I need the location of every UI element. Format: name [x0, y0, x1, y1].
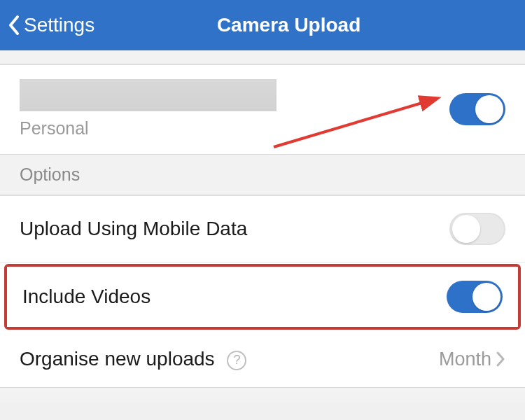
- chevron-right-icon: [496, 351, 505, 368]
- account-type-label: Personal: [20, 118, 449, 139]
- organise-uploads-row[interactable]: Organise new uploads ? Month: [0, 331, 525, 387]
- upload-mobile-data-row[interactable]: Upload Using Mobile Data: [0, 196, 525, 262]
- highlight-annotation: Include Videos: [4, 264, 521, 330]
- organise-uploads-label: Organise new uploads ?: [20, 348, 439, 370]
- account-row: Personal: [0, 65, 525, 154]
- include-videos-label: Include Videos: [22, 286, 447, 308]
- include-videos-toggle[interactable]: [447, 281, 503, 313]
- account-section: Personal: [0, 64, 525, 155]
- account-name-redacted: [20, 79, 276, 111]
- page-title: Camera Upload: [59, 14, 518, 36]
- organise-uploads-value: Month: [439, 349, 491, 370]
- section-spacer: [0, 388, 525, 402]
- options-section-header: Options: [0, 155, 525, 195]
- upload-mobile-data-toggle[interactable]: [449, 213, 505, 245]
- upload-mobile-data-label: Upload Using Mobile Data: [20, 218, 449, 240]
- options-section: Upload Using Mobile Data Include Videos …: [0, 195, 525, 388]
- chevron-left-icon: [7, 13, 21, 37]
- section-spacer: [0, 50, 525, 64]
- include-videos-row[interactable]: Include Videos: [7, 267, 518, 327]
- navigation-header: Settings Camera Upload: [0, 0, 525, 50]
- help-icon[interactable]: ?: [227, 351, 246, 370]
- camera-upload-toggle[interactable]: [449, 93, 505, 125]
